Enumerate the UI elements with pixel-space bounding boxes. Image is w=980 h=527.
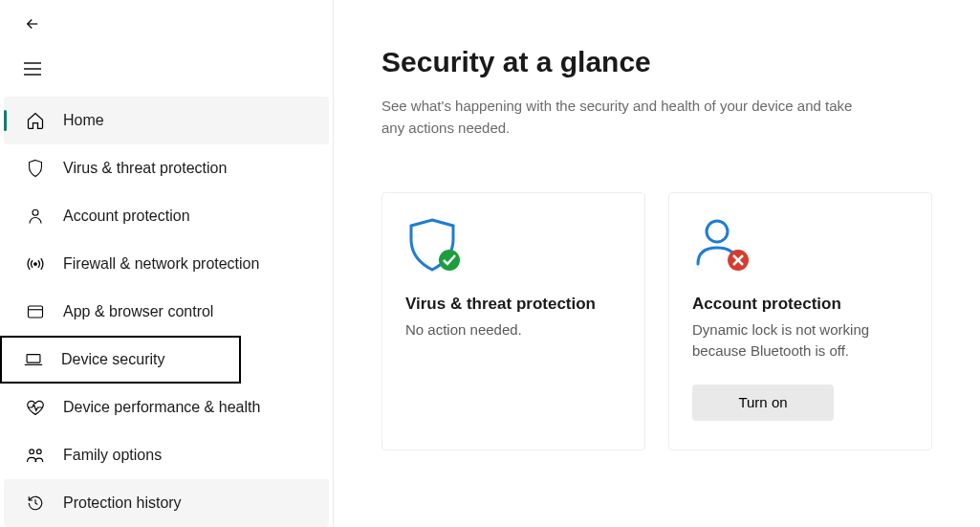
shield-icon	[25, 158, 46, 179]
cards-row: Virus & threat protection No action need…	[381, 192, 932, 450]
sidebar-item-label: Firewall & network protection	[63, 255, 259, 273]
svg-point-3	[33, 209, 38, 215]
hamburger-menu-button[interactable]	[13, 52, 52, 87]
sidebar-item-label: App & browser control	[63, 303, 213, 320]
sidebar-item-label: Virus & threat protection	[63, 160, 227, 177]
page-title: Security at a glance	[381, 46, 932, 78]
svg-point-4	[34, 263, 37, 266]
sidebar-item-protection-history[interactable]: Protection history	[4, 479, 329, 527]
svg-rect-5	[29, 306, 43, 318]
card-description: Dynamic lock is not working because Blue…	[692, 319, 908, 362]
card-title: Account protection	[692, 295, 908, 314]
back-button[interactable]	[13, 8, 52, 40]
sidebar-item-label: Family options	[63, 447, 162, 464]
shield-check-icon	[405, 216, 621, 277]
svg-point-9	[30, 450, 34, 454]
sidebar-item-home[interactable]: Home	[4, 97, 329, 144]
sidebar-item-label: Protection history	[63, 494, 182, 512]
laptop-icon	[23, 349, 44, 370]
broadcast-icon	[25, 253, 46, 274]
card-account-protection[interactable]: Account protection Dynamic lock is not w…	[668, 192, 932, 450]
svg-point-12	[707, 221, 728, 242]
page-description: See what's happening with the security a…	[381, 96, 879, 139]
card-virus-threat[interactable]: Virus & threat protection No action need…	[381, 192, 645, 450]
card-title: Virus & threat protection	[405, 295, 621, 314]
sidebar-item-label: Device performance & health	[63, 399, 260, 416]
sidebar-item-device-performance[interactable]: Device performance & health	[4, 384, 329, 431]
sidebar-item-label: Device security	[61, 351, 164, 368]
window-icon	[25, 301, 46, 322]
card-description: No action needed.	[405, 319, 621, 340]
nav-list: Home Virus & threat protection Account p…	[0, 97, 333, 527]
person-icon	[25, 206, 46, 227]
heart-pulse-icon	[25, 397, 46, 418]
main-content: Security at a glance See what's happenin…	[334, 0, 980, 527]
sidebar-item-firewall[interactable]: Firewall & network protection	[4, 240, 329, 288]
sidebar-item-virus-threat[interactable]: Virus & threat protection	[4, 144, 329, 192]
history-icon	[25, 493, 46, 514]
home-icon	[25, 110, 46, 131]
family-icon	[25, 445, 46, 466]
sidebar: Home Virus & threat protection Account p…	[0, 0, 334, 527]
sidebar-item-label: Home	[63, 112, 104, 129]
svg-point-10	[37, 450, 42, 454]
turn-on-button[interactable]: Turn on	[692, 384, 834, 421]
person-error-icon	[692, 216, 908, 277]
sidebar-item-family-options[interactable]: Family options	[4, 431, 329, 479]
svg-rect-7	[27, 355, 40, 362]
sidebar-item-label: Account protection	[63, 208, 190, 225]
sidebar-item-device-security[interactable]: Device security	[0, 336, 241, 384]
sidebar-item-app-browser[interactable]: App & browser control	[4, 288, 329, 336]
sidebar-item-account-protection[interactable]: Account protection	[4, 192, 329, 240]
